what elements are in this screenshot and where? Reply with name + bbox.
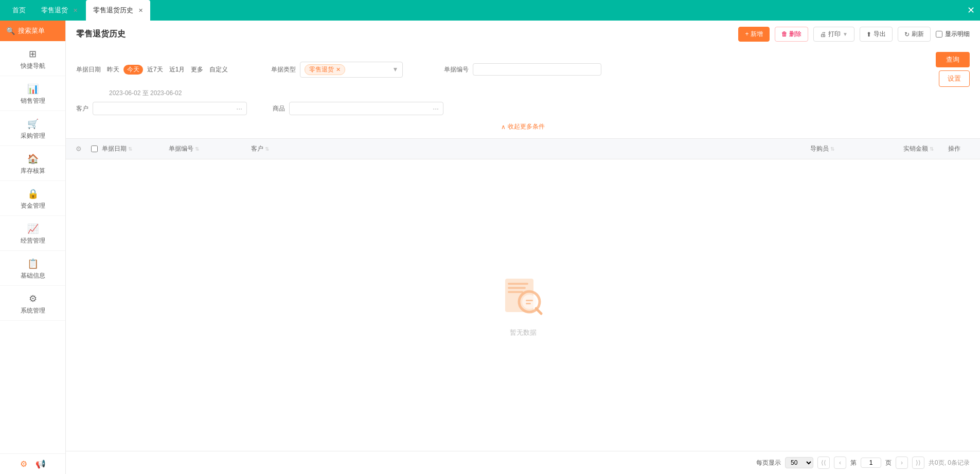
print-arrow: ▼ bbox=[843, 31, 848, 37]
purchase-icon: 🛒 bbox=[27, 118, 39, 130]
sidebar-item-sales-label: 销售管理 bbox=[21, 97, 45, 105]
sort-guide-icon: ⇅ bbox=[830, 146, 834, 152]
tab-retail-return-history-close[interactable]: ✕ bbox=[138, 7, 143, 14]
bill-type-select[interactable]: 零售退货 ✕ ▼ bbox=[300, 62, 403, 78]
query-button[interactable]: 查询 bbox=[936, 52, 970, 67]
sidebar-item-quick-nav[interactable]: ⊞ 快捷导航 bbox=[0, 41, 65, 76]
shortcut-last7[interactable]: 近7天 bbox=[145, 65, 165, 75]
delete-button[interactable]: 🗑 删除 bbox=[775, 27, 808, 42]
query-setting-col: 查询 设置 bbox=[936, 52, 970, 87]
sidebar-nav: ⊞ 快捷导航 📊 销售管理 🛒 采购管理 🏠 库存核算 🔒 资金管理 📈 bbox=[0, 41, 65, 453]
table-header: ⚙ 单据日期 ⇅ 单据编号 ⇅ 客户 ⇅ 导购员 ⇅ bbox=[66, 139, 980, 159]
bill-type-tag-close[interactable]: ✕ bbox=[336, 66, 341, 73]
collapse-button[interactable]: ∧ 收起更多条件 bbox=[495, 120, 551, 133]
tab-list: 首页 零售退货 ✕ 零售退货历史 ✕ bbox=[5, 0, 967, 21]
prev-page-button[interactable]: ‹ bbox=[834, 457, 846, 469]
tab-retail-return-close[interactable]: ✕ bbox=[73, 7, 78, 14]
show-detail-checkbox[interactable] bbox=[936, 31, 942, 38]
bill-type-arrow: ▼ bbox=[392, 66, 398, 73]
audio-footer-icon[interactable]: 📢 bbox=[35, 459, 46, 469]
system-icon: ⚙ bbox=[29, 293, 37, 304]
page-number-input[interactable] bbox=[861, 458, 881, 468]
shortcut-today[interactable]: 今天 bbox=[123, 65, 143, 75]
sidebar-item-sales-mgmt[interactable]: 📊 销售管理 bbox=[0, 76, 65, 111]
goods-dots-icon[interactable]: ··· bbox=[433, 104, 439, 113]
operations-icon: 📈 bbox=[27, 223, 39, 234]
th-bill-no[interactable]: 单据编号 ⇅ bbox=[169, 144, 251, 153]
tab-retail-return[interactable]: 零售退货 ✕ bbox=[34, 0, 85, 21]
export-icon: ⬆ bbox=[866, 31, 871, 38]
date-range-display: 2023-06-02 至 2023-06-02 bbox=[109, 89, 970, 98]
shortcut-custom[interactable]: 自定义 bbox=[207, 65, 230, 75]
page-suffix: 页 bbox=[885, 459, 892, 467]
svg-line-6 bbox=[536, 308, 541, 314]
goods-input[interactable] bbox=[294, 105, 431, 112]
sidebar-search[interactable]: 🔍 搜索菜单 bbox=[0, 21, 65, 41]
tab-home[interactable]: 首页 bbox=[5, 0, 33, 21]
window-close-button[interactable]: ✕ bbox=[967, 5, 975, 16]
per-page-label: 每页显示 bbox=[756, 459, 781, 467]
sidebar-item-basic-info[interactable]: 📋 基础信息 bbox=[0, 251, 65, 286]
sort-date-icon: ⇅ bbox=[128, 146, 132, 152]
empty-illustration bbox=[497, 274, 549, 320]
bill-type-label: 单据类型 bbox=[271, 65, 296, 74]
empty-text: 暂无数据 bbox=[510, 328, 537, 337]
customer-dots-icon[interactable]: ··· bbox=[236, 104, 242, 113]
search-icon: 🔍 bbox=[6, 27, 15, 35]
sidebar-item-purchase-mgmt[interactable]: 🛒 采购管理 bbox=[0, 111, 65, 146]
shortcut-last1month[interactable]: 近1月 bbox=[167, 65, 187, 75]
tab-retail-return-history[interactable]: 零售退货历史 ✕ bbox=[86, 0, 150, 21]
th-date[interactable]: 单据日期 ⇅ bbox=[102, 144, 169, 153]
sidebar-search-label: 搜索菜单 bbox=[18, 26, 45, 35]
new-button[interactable]: + 新增 bbox=[738, 27, 769, 42]
th-date-label: 单据日期 bbox=[102, 144, 127, 153]
bill-no-input[interactable] bbox=[473, 63, 601, 76]
column-settings-icon[interactable]: ⚙ bbox=[71, 145, 86, 153]
last-page-button[interactable]: ⟩⟩ bbox=[912, 457, 924, 469]
date-filter-label: 单据日期 bbox=[76, 65, 101, 74]
customer-label: 客户 bbox=[76, 104, 88, 113]
sidebar: 🔍 搜索菜单 ⊞ 快捷导航 📊 销售管理 🛒 采购管理 🏠 库存核算 🔒 bbox=[0, 21, 66, 474]
sidebar-item-finance[interactable]: 🔒 资金管理 bbox=[0, 181, 65, 216]
sidebar-item-operations-label: 经营管理 bbox=[21, 236, 45, 245]
next-page-button[interactable]: › bbox=[896, 457, 908, 469]
export-button[interactable]: ⬆ 导出 bbox=[860, 27, 893, 42]
sidebar-item-basic-info-label: 基础信息 bbox=[21, 271, 45, 280]
select-all-checkbox[interactable] bbox=[91, 145, 98, 152]
sidebar-item-inventory-label: 库存核算 bbox=[21, 167, 45, 175]
collapse-arrow-icon: ∧ bbox=[501, 123, 506, 131]
filter-area: 单据日期 昨天 今天 近7天 近1月 更多 自定义 单据类型 bbox=[76, 47, 970, 138]
sidebar-item-quick-nav-label: 快捷导航 bbox=[21, 62, 45, 70]
refresh-button[interactable]: ↻ 刷新 bbox=[898, 27, 931, 42]
sidebar-item-purchase-label: 采购管理 bbox=[21, 132, 45, 140]
sidebar-item-inventory[interactable]: 🏠 库存核算 bbox=[0, 146, 65, 181]
date-range-text: 2023-06-02 至 2023-06-02 bbox=[109, 89, 182, 97]
shortcut-more[interactable]: 更多 bbox=[189, 65, 205, 75]
main-layout: 🔍 搜索菜单 ⊞ 快捷导航 📊 销售管理 🛒 采购管理 🏠 库存核算 🔒 bbox=[0, 21, 980, 474]
sidebar-item-finance-label: 资金管理 bbox=[21, 202, 45, 210]
settings-footer-icon[interactable]: ⚙ bbox=[20, 459, 27, 469]
customer-input-wrap: ··· bbox=[93, 102, 247, 115]
svg-rect-2 bbox=[508, 287, 526, 289]
customer-filter: 客户 ··· bbox=[76, 102, 247, 115]
setting-button[interactable]: 设置 bbox=[939, 70, 970, 87]
customer-input[interactable] bbox=[97, 105, 234, 112]
bill-type-tag-value: 零售退货 bbox=[309, 65, 334, 74]
bill-type-tag: 零售退货 ✕ bbox=[305, 64, 345, 75]
sort-amount-icon: ⇅ bbox=[930, 146, 934, 152]
collapse-label: 收起更多条件 bbox=[508, 122, 545, 131]
show-detail-checkbox-wrap: 显示明细 bbox=[936, 30, 970, 39]
th-amount[interactable]: 实销金额 ⇅ bbox=[872, 144, 934, 153]
sidebar-item-operations[interactable]: 📈 经营管理 bbox=[0, 216, 65, 251]
th-customer-label: 客户 bbox=[251, 144, 263, 153]
th-action: 操作 bbox=[934, 144, 975, 153]
page-title: 零售退货历史 bbox=[76, 29, 126, 40]
shortcut-yesterday[interactable]: 昨天 bbox=[105, 65, 121, 75]
th-customer[interactable]: 客户 ⇅ bbox=[251, 144, 810, 153]
th-guide[interactable]: 导购员 ⇅ bbox=[810, 144, 872, 153]
per-page-select[interactable]: 50 10 20 100 bbox=[785, 457, 813, 468]
print-button[interactable]: 🖨 🖨 打印 打印 ▼ bbox=[813, 27, 854, 42]
refresh-icon: ↻ bbox=[904, 31, 910, 38]
sidebar-item-system[interactable]: ⚙ 系统管理 bbox=[0, 286, 65, 321]
first-page-button[interactable]: ⟨⟨ bbox=[817, 457, 830, 469]
